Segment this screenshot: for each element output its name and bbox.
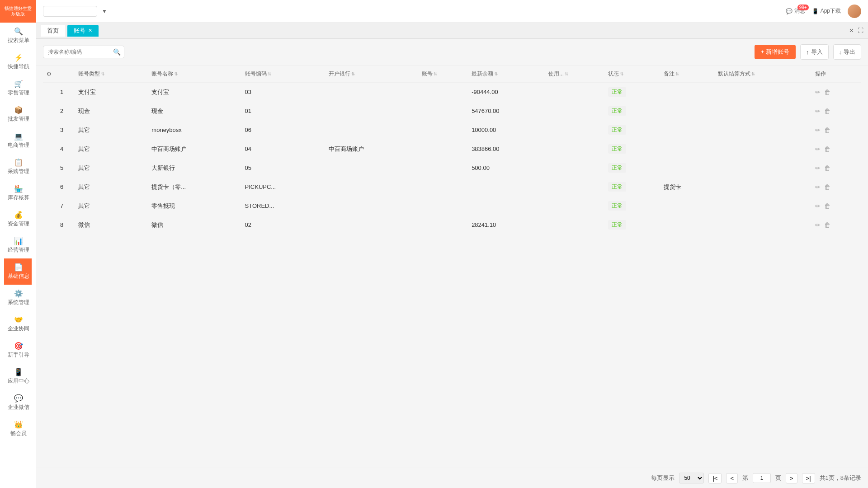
edit-icon-1[interactable]: ✏ [815,108,821,115]
col-account-no[interactable]: 账号⇅ [418,66,468,83]
delete-icon-2[interactable]: 🗑 [824,127,830,134]
delete-icon-6[interactable]: 🗑 [824,202,830,210]
sidebar-item-system-mgmt[interactable]: ⚙️系统管理 [4,285,32,311]
cell-bank-6 [325,197,418,216]
cell-num-7: 8 [57,216,75,235]
sidebar-icon-vip-member: 👑 [8,420,29,429]
sidebar-item-finance-mgmt[interactable]: 💰资金管理 [4,206,32,232]
message-button[interactable]: 💬 消息 99+ [786,7,805,15]
toolbar-right: + 新增账号 ↑ 导入 ↓ 导出 [755,44,861,60]
edit-icon-5[interactable]: ✏ [815,183,821,191]
cell-action-0: ✏ 🗑 [811,83,861,102]
edit-icon-2[interactable]: ✏ [815,127,821,134]
col-num [57,66,75,83]
sidebar-icon-operations-mgmt: 📊 [8,237,29,245]
page-size-select[interactable]: 50 100 200 [679,473,704,483]
tab-home[interactable]: 首页 [41,25,65,37]
sidebar-label-enterprise-agreement: 企业协同 [8,325,29,333]
user-avatar[interactable] [848,5,861,18]
sidebar-label-enterprise-wechat: 企业微信 [8,404,29,411]
search-icon[interactable]: 🔍 [113,48,121,56]
tab-minimize-icon[interactable]: ✕ [849,27,854,34]
cell-action-7: ✏ 🗑 [811,216,861,235]
status-badge-1: 正常 [608,106,626,116]
sidebar-item-quick-nav[interactable]: ⚡快捷导航 [4,49,32,75]
col-bank[interactable]: 开户银行⇅ [325,66,418,83]
sidebar-item-retail-mgmt[interactable]: 🛒零售管理 [4,75,32,101]
cell-status-0: 正常 [604,83,660,102]
table-row: 4 其它 中百商场账户 04 中百商场账户 383866.00 正常 ✏ 🗑 [43,140,861,159]
tab-account-close-icon[interactable]: ✕ [88,28,92,33]
sidebar-item-enterprise-wechat[interactable]: 💬企业微信 [4,389,32,416]
header-search-input[interactable] [43,6,97,17]
sidebar-item-wholesale-mgmt[interactable]: 📦批发管理 [4,101,32,127]
page-size-label: 每页显示 [651,474,675,482]
export-button[interactable]: ↓ 导出 [833,44,862,60]
app-logo: 畅捷通好生意 乐版版 [0,0,36,23]
page-input[interactable] [753,473,771,483]
dropdown-chevron-icon: ▼ [102,8,107,14]
cell-settings-1 [43,102,57,121]
edit-icon-0[interactable]: ✏ [815,89,821,96]
delete-icon-3[interactable]: 🗑 [824,145,830,153]
sidebar-item-operations-mgmt[interactable]: 📊经营管理 [4,232,32,258]
cell-balance-2: 10000.00 [468,121,545,140]
sidebar-item-purchase-mgmt[interactable]: 📋采购管理 [4,154,32,180]
app-download-button[interactable]: 📱 App下载 [812,7,841,15]
sidebar: 畅捷通好生意 乐版版 🔍搜索菜单⚡快捷导航🛒零售管理📦批发管理💻电商管理📋采购管… [0,0,36,488]
col-name[interactable]: 账号名称⇅ [148,66,241,83]
col-settings[interactable]: ⚙ [43,66,57,83]
edit-icon-6[interactable]: ✏ [815,202,821,210]
cell-remark-0 [660,83,715,102]
header-dropdown[interactable]: ▼ [102,8,107,14]
sidebar-item-app-center[interactable]: 📱应用中心 [4,363,32,389]
cell-remark-1 [660,102,715,121]
delete-icon-0[interactable]: 🗑 [824,89,830,96]
delete-icon-1[interactable]: 🗑 [824,108,830,115]
sidebar-item-new-guide[interactable]: 🎯新手引导 [4,337,32,363]
sidebar-icon-new-guide: 🎯 [8,342,29,350]
sidebar-item-enterprise-agreement[interactable]: 🤝企业协同 [4,311,32,337]
col-type[interactable]: 账号类型⇅ [75,66,148,83]
delete-icon-7[interactable]: 🗑 [824,221,830,229]
col-remark[interactable]: 备注⇅ [660,66,715,83]
add-account-button[interactable]: + 新增账号 [755,45,796,59]
page-next-button[interactable]: > [786,473,797,483]
col-code[interactable]: 账号编码⇅ [241,66,326,83]
col-usage[interactable]: 使用...⇅ [545,66,604,83]
sidebar-item-search-orders[interactable]: 🔍搜索菜单 [4,23,32,49]
col-status[interactable]: 状态⇅ [604,66,660,83]
cell-code-0: 03 [241,83,326,102]
page-label: 第 [742,474,748,482]
cell-account-no-4 [418,159,468,178]
edit-icon-4[interactable]: ✏ [815,164,821,172]
cell-balance-7: 28241.10 [468,216,545,235]
col-balance[interactable]: 最新余额⇅ [468,66,545,83]
sidebar-item-basic-info[interactable]: 📄基础信息 [4,258,32,285]
col-default-settlement[interactable]: 默认结算方式⇅ [714,66,811,83]
tabs-bar: 首页 账号 ✕ ✕ ⛶ [36,23,868,39]
cell-code-4: 05 [241,159,326,178]
cell-bank-3: 中百商场账户 [325,140,418,159]
import-button[interactable]: ↑ 导入 [800,44,829,60]
page-last-button[interactable]: >| [802,473,815,483]
cell-status-1: 正常 [604,102,660,121]
sidebar-label-app-center: 应用中心 [8,377,29,385]
tab-maximize-icon[interactable]: ⛶ [858,27,863,34]
cell-balance-1: 547670.00 [468,102,545,121]
sidebar-item-ecommerce-mgmt[interactable]: 💻电商管理 [4,127,32,154]
delete-icon-4[interactable]: 🗑 [824,164,830,172]
cell-num-5: 6 [57,178,75,197]
search-input[interactable] [43,46,124,58]
delete-icon-5[interactable]: 🗑 [824,183,830,191]
edit-icon-7[interactable]: ✏ [815,221,821,229]
page-prev-button[interactable]: < [726,473,738,483]
cell-remark-2 [660,121,715,140]
table-row: 1 支付宝 支付宝 03 -90444.00 正常 ✏ 🗑 [43,83,861,102]
sidebar-item-inventory-check[interactable]: 🏪库存核算 [4,180,32,206]
edit-icon-3[interactable]: ✏ [815,145,821,153]
sidebar-item-vip-member[interactable]: 👑畅会员 [4,416,32,442]
sidebar-icon-purchase-mgmt: 📋 [8,158,29,167]
tab-account[interactable]: 账号 ✕ [67,25,99,37]
page-first-button[interactable]: |< [708,473,722,483]
